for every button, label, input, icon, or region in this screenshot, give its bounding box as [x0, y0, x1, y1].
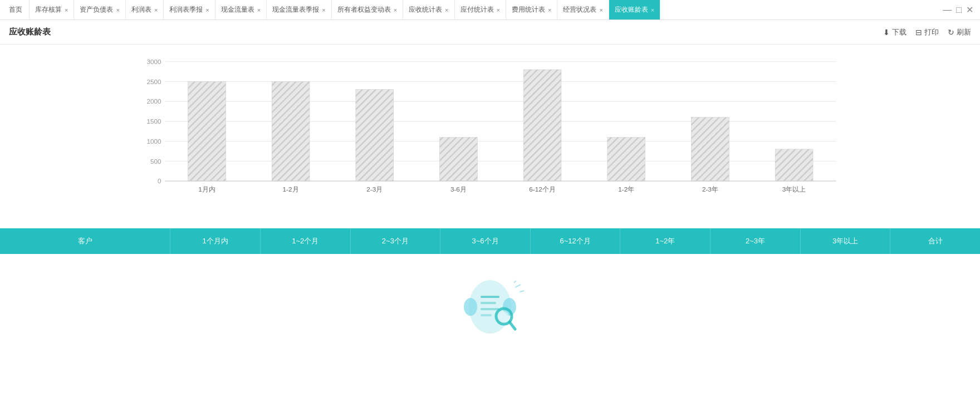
svg-rect-22 — [440, 137, 478, 181]
svg-rect-30 — [775, 149, 813, 181]
svg-text:2-3月: 2-3月 — [366, 185, 383, 193]
tab-close-icon[interactable]: × — [445, 7, 448, 13]
table-header-col-5: 6~12个月 — [531, 228, 621, 254]
svg-rect-16 — [188, 81, 226, 181]
svg-text:1-2年: 1-2年 — [618, 185, 634, 193]
print-label: 打印 — [924, 27, 939, 37]
svg-text:1000: 1000 — [146, 138, 161, 145]
svg-point-34 — [464, 298, 477, 316]
svg-rect-28 — [692, 118, 729, 181]
svg-rect-37 — [481, 302, 496, 304]
tab-label: 现金流量表季报 — [272, 5, 319, 14]
tab-close-icon[interactable]: × — [497, 7, 500, 13]
maximize-icon[interactable]: □ — [956, 5, 962, 15]
svg-line-44 — [520, 291, 524, 292]
svg-text:1月内: 1月内 — [198, 185, 215, 193]
page-title: 应收账龄表 — [9, 27, 51, 37]
svg-rect-38 — [481, 308, 499, 310]
svg-point-41 — [499, 311, 509, 321]
download-icon: ⬇ — [883, 28, 890, 37]
table-header-col-0: 客户 — [0, 228, 170, 254]
tab-close-icon[interactable]: × — [394, 7, 397, 13]
tab-home[interactable]: 首页 — [2, 0, 30, 20]
refresh-button[interactable]: ↻ 刷新 — [948, 27, 971, 37]
empty-state — [0, 254, 980, 360]
svg-text:2500: 2500 — [146, 78, 161, 85]
tab-label: 应付统计表 — [460, 5, 494, 14]
table-header-col-9: 合计 — [890, 228, 980, 254]
svg-rect-24 — [523, 70, 561, 181]
tab-ar_aging[interactable]: 应收账龄表× — [609, 0, 660, 20]
svg-text:1500: 1500 — [146, 118, 161, 125]
svg-text:3-6月: 3-6月 — [450, 185, 467, 193]
svg-text:3000: 3000 — [146, 58, 161, 65]
bar-chart: 0500100015002000250030001月内1-2月2-3月3-6月6… — [22, 56, 958, 223]
svg-text:1-2月: 1-2月 — [283, 185, 299, 193]
tab-expense_stats[interactable]: 费用统计表× — [506, 0, 557, 20]
table-header-col-6: 1~2年 — [620, 228, 710, 254]
page-header: 应收账龄表 ⬇ 下载 ⊟ 打印 ↻ 刷新 — [0, 20, 980, 45]
page-actions: ⬇ 下载 ⊟ 打印 ↻ 刷新 — [883, 27, 971, 37]
tab-label: 利润表季报 — [169, 5, 203, 14]
table-header-col-2: 1~2个月 — [261, 228, 351, 254]
tab-inventory[interactable]: 库存核算× — [30, 0, 74, 20]
tab-label: 费用统计表 — [512, 5, 545, 14]
tab-close-icon[interactable]: × — [599, 7, 602, 13]
download-button[interactable]: ⬇ 下载 — [883, 27, 906, 37]
tab-equity_changes[interactable]: 所有者权益变动表× — [332, 0, 403, 20]
chart-area: 0500100015002000250030001月内1-2月2-3月3-6月6… — [0, 45, 980, 228]
tab-label: 现金流量表 — [221, 5, 254, 14]
tab-operations[interactable]: 经营状况表× — [557, 0, 609, 20]
tab-cashflow[interactable]: 现金流量表× — [215, 0, 267, 20]
tab-label: 应收账龄表 — [615, 5, 648, 14]
svg-text:0: 0 — [158, 177, 161, 184]
svg-rect-39 — [481, 314, 492, 316]
tab-bar: 首页 库存核算×资产负债表×利润表×利润表季报×现金流量表×现金流量表季报×所有… — [0, 0, 980, 20]
tab-close-icon[interactable]: × — [65, 7, 68, 13]
svg-rect-36 — [481, 296, 499, 298]
svg-line-45 — [514, 281, 516, 283]
svg-rect-18 — [272, 81, 310, 181]
print-button[interactable]: ⊟ 打印 — [915, 27, 939, 37]
table-header-col-8: 3年以上 — [801, 228, 891, 254]
svg-text:2-3年: 2-3年 — [702, 185, 718, 193]
tab-label: 所有者权益变动表 — [337, 5, 391, 14]
tab-ap_stats[interactable]: 应付统计表× — [455, 0, 506, 20]
empty-state-icon — [454, 276, 526, 338]
tab-close-icon[interactable]: × — [548, 7, 551, 13]
download-label: 下载 — [892, 27, 906, 37]
print-icon: ⊟ — [915, 28, 922, 37]
refresh-icon: ↻ — [948, 28, 954, 37]
tab-label: 应收统计表 — [409, 5, 442, 14]
svg-rect-20 — [356, 90, 394, 181]
svg-text:6-12个月: 6-12个月 — [529, 185, 556, 193]
main-content: 0500100015002000250030001月内1-2月2-3月3-6月6… — [0, 45, 980, 401]
tab-close-icon[interactable]: × — [116, 7, 119, 13]
svg-line-42 — [509, 322, 515, 329]
svg-rect-26 — [607, 137, 645, 181]
tab-profit[interactable]: 利润表× — [126, 0, 164, 20]
tab-cashflow_quarterly[interactable]: 现金流量表季报× — [267, 0, 331, 20]
table-header: 客户1个月内1~2个月2~3个月3~6个月6~12个月1~2年2~3年3年以上合… — [0, 228, 980, 254]
svg-text:3年以上: 3年以上 — [782, 185, 806, 193]
chart-container: 0500100015002000250030001月内1-2月2-3月3-6月6… — [22, 56, 958, 223]
tab-label: 库存核算 — [35, 5, 62, 14]
tab-profit_quarterly[interactable]: 利润表季报× — [164, 0, 215, 20]
svg-text:2000: 2000 — [146, 97, 161, 105]
tab-ar_stats[interactable]: 应收统计表× — [403, 0, 454, 20]
tab-balance_sheet[interactable]: 资产负债表× — [74, 0, 125, 20]
tab-label: 经营状况表 — [563, 5, 596, 14]
tab-close-icon[interactable]: × — [205, 7, 209, 13]
table-header-col-3: 2~3个月 — [351, 228, 441, 254]
tab-label: 利润表 — [131, 5, 151, 14]
tab-home-label: 首页 — [9, 5, 22, 14]
tab-close-icon[interactable]: × — [154, 7, 158, 13]
tab-close-icon[interactable]: × — [322, 7, 325, 13]
minimize-icon[interactable]: — — [943, 5, 952, 15]
close-window-icon[interactable]: ✕ — [966, 4, 973, 15]
svg-line-43 — [515, 285, 521, 287]
tab-bar-actions: — □ ✕ — [938, 4, 978, 15]
table-header-col-4: 3~6个月 — [440, 228, 531, 254]
tab-close-icon[interactable]: × — [257, 7, 261, 13]
tab-close-icon[interactable]: × — [651, 7, 654, 13]
